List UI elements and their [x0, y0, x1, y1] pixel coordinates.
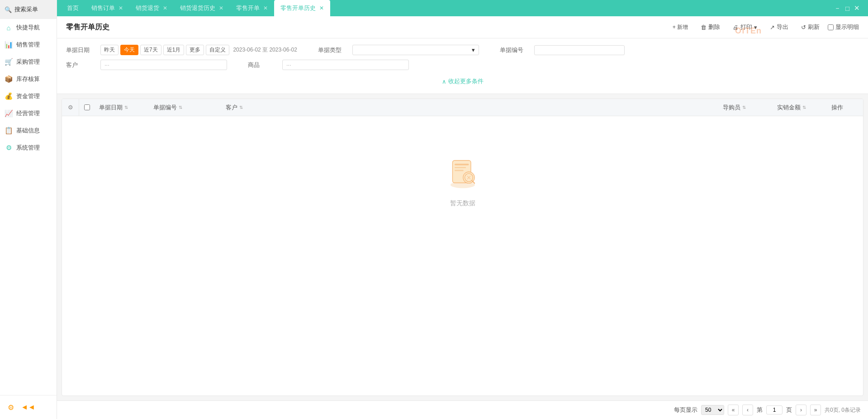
tab-retail-open-history[interactable]: 零售开单历史 ✕ [274, 0, 330, 16]
th-date-label: 单据日期 [99, 104, 123, 112]
window-close-icon[interactable]: ✕ [854, 4, 860, 12]
pagination-bar: 每页显示 50 100 200 « ‹ 第 1 页 › » 共0页, 0条记录 [57, 400, 868, 419]
tab-sales-return-close[interactable]: ✕ [163, 5, 167, 11]
tab-retail-open[interactable]: 零售开单 ✕ [230, 0, 274, 16]
empty-state: 暂无数据 [62, 116, 863, 244]
sidebar-item-basic-info[interactable]: 📋 基础信息 [0, 122, 57, 139]
display-detail-toggle[interactable]: 显示明细 [828, 23, 859, 31]
tab-home-label: 首页 [67, 4, 79, 12]
window-minimize-icon[interactable]: － [834, 4, 841, 13]
tab-retail-open-history-close[interactable]: ✕ [319, 5, 324, 11]
print-dropdown-icon: ▾ [754, 24, 757, 31]
sidebar-item-label: 快捷导航 [16, 24, 40, 32]
date-btn-1month[interactable]: 近1月 [163, 45, 185, 55]
sidebar-item-label: 资金管理 [16, 92, 40, 100]
collapse-btn[interactable]: ∧ 收起更多条件 [437, 75, 488, 87]
tab-bar: 首页 销售订单 ✕ 销货退货 ✕ 销货退货历史 ✕ 零售开单 ✕ 零售开单历史 … [57, 0, 868, 16]
refresh-icon: ↺ [801, 24, 806, 31]
sidebar-item-inventory[interactable]: 📦 库存核算 [0, 71, 57, 88]
tab-sales-return-history-label: 销货退货历史 [180, 4, 215, 12]
export-button[interactable]: ↗ 导出 [765, 21, 793, 33]
table-settings-btn[interactable]: ⚙ [62, 99, 79, 116]
next-page-btn[interactable]: › [796, 405, 806, 415]
last-page-btn[interactable]: » [810, 405, 821, 415]
date-btn-7days[interactable]: 近7天 [140, 45, 161, 55]
th-amount[interactable]: 实销金额 ⇅ [773, 104, 827, 112]
page-prefix: 第 [757, 406, 763, 414]
filter-row-1: 单据日期 昨天 今天 近7天 近1月 更多 自定义 2023-06-02 至 2… [66, 45, 859, 55]
collapse-row: ∧ 收起更多条件 [66, 75, 859, 90]
no-filter-label: 单据编号 [500, 46, 527, 54]
sidebar-item-label: 销售管理 [16, 41, 40, 49]
th-no-sort: ⇅ [179, 105, 182, 110]
tab-sales-return[interactable]: 销货退货 ✕ [129, 0, 174, 16]
sidebar-item-quick-nav[interactable]: ⌂ 快捷导航 [0, 19, 57, 36]
sidebar-item-system-mgmt[interactable]: ⚙ 系统管理 [0, 139, 57, 156]
th-no[interactable]: 单据编号 ⇅ [149, 104, 221, 112]
svg-rect-4 [455, 170, 464, 171]
per-page-select[interactable]: 50 100 200 [701, 405, 724, 415]
page-total: 共0页, 0条记录 [825, 406, 861, 414]
no-filter-input[interactable] [534, 45, 625, 55]
date-btn-today[interactable]: 今天 [120, 45, 138, 55]
filter-row-2: 客户 ··· 商品 ··· [66, 60, 859, 70]
th-salesman-sort: ⇅ [742, 105, 746, 110]
delete-button[interactable]: 🗑 删除 [696, 21, 725, 33]
settings-bottom-btn[interactable]: ⚙ [5, 401, 17, 414]
refresh-button[interactable]: ↺ 刷新 [797, 21, 824, 33]
tab-sales-return-history[interactable]: 销货退货历史 ✕ [174, 0, 230, 16]
sidebar-search[interactable]: 🔍 搜索采单 [0, 0, 57, 19]
date-btn-more[interactable]: 更多 [186, 45, 204, 55]
sidebar-item-label: 采购管理 [16, 58, 40, 66]
sidebar-item-operations[interactable]: 📈 经营管理 [0, 105, 57, 122]
money-icon: 💰 [5, 92, 13, 100]
select-all-checkbox[interactable] [84, 104, 90, 110]
tab-sales-order[interactable]: 销售订单 ✕ [85, 0, 129, 16]
th-salesman[interactable]: 导购员 ⇅ [718, 104, 773, 112]
tab-home[interactable]: 首页 [61, 0, 85, 16]
date-btn-custom[interactable]: 自定义 [206, 45, 229, 55]
tab-sales-return-history-close[interactable]: ✕ [219, 5, 223, 11]
th-action: 操作 [827, 104, 863, 112]
empty-text: 暂无数据 [450, 199, 475, 207]
collapse-sidebar-btn[interactable]: ◄◄ [22, 401, 34, 414]
customer-filter-input[interactable]: ··· [100, 60, 227, 70]
prev-page-btn[interactable]: ‹ [742, 405, 753, 415]
display-detail-checkbox[interactable] [828, 24, 834, 30]
export-label: 导出 [777, 23, 788, 31]
date-range-text: 2023-06-02 至 2023-06-02 [233, 46, 297, 54]
date-btn-yesterday[interactable]: 昨天 [100, 45, 119, 55]
tab-sales-order-close[interactable]: ✕ [119, 5, 123, 11]
table-container: ⚙ 单据日期 ⇅ 单据编号 ⇅ 客户 ⇅ 导购员 ⇅ 实销金额 ⇅ [62, 99, 863, 396]
th-customer[interactable]: 客户 ⇅ [221, 104, 718, 112]
tab-retail-open-close[interactable]: ✕ [263, 5, 268, 11]
sidebar-item-purchase-mgmt[interactable]: 🛒 采购管理 [0, 53, 57, 71]
type-filter-label: 单据类型 [318, 46, 345, 54]
sidebar-search-label: 搜索采单 [14, 5, 38, 14]
empty-icon [442, 152, 483, 193]
first-page-btn[interactable]: « [728, 405, 739, 415]
window-maximize-icon[interactable]: □ [845, 5, 849, 12]
sidebar-item-finance[interactable]: 💰 资金管理 [0, 88, 57, 105]
print-button[interactable]: 🖨 打印 ▾ [728, 21, 762, 33]
export-icon: ↗ [770, 24, 775, 31]
tab-retail-open-label: 零售开单 [236, 4, 260, 12]
goods-filter-input[interactable]: ··· [282, 60, 409, 70]
sidebar-bottom: ⚙ ◄◄ [0, 395, 57, 419]
print-label: 打印 [740, 23, 752, 31]
add-button[interactable]: + 新增 [668, 21, 693, 33]
current-page-input[interactable]: 1 [766, 405, 783, 414]
sidebar-item-sales-mgmt[interactable]: 📊 销售管理 [0, 36, 57, 53]
type-filter-select[interactable]: ▾ [352, 45, 479, 55]
sidebar-item-label: 基础信息 [16, 127, 40, 135]
date-filter-label: 单据日期 [66, 46, 93, 54]
tab-bar-right: － □ ✕ [834, 4, 864, 13]
svg-rect-2 [455, 164, 469, 165]
th-action-label: 操作 [831, 104, 843, 112]
th-date[interactable]: 单据日期 ⇅ [95, 104, 149, 112]
toolbar: + 新增 🗑 删除 🖨 打印 ▾ ↗ 导出 ↺ 刷新 显示明细 [668, 21, 859, 33]
svg-rect-3 [455, 167, 466, 168]
box-icon: 📦 [5, 75, 13, 83]
table-header-checkbox[interactable] [79, 104, 95, 110]
th-amount-label: 实销金额 [777, 104, 801, 112]
